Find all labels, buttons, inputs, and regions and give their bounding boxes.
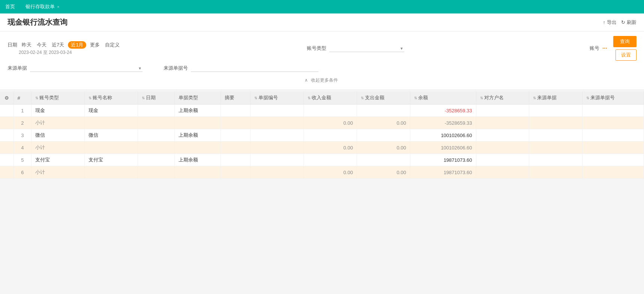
sort-icon: ⇅ [361,96,364,100]
row-account_name [84,142,138,154]
sort-icon: ⇅ [35,96,38,100]
table-header: ⚙#⇅账号类型⇅账号名称⇅日期单据类型摘要⇅单据编号⇅收入金额⇅支出金额⇅余额⇅… [0,91,644,104]
export-button[interactable]: ↑ 导出 [603,19,617,26]
row-income [304,154,357,166]
table-row: 1现金现金上期余额-3528659.33 [0,104,644,117]
date-option-昨天[interactable]: 昨天 [20,41,33,49]
refresh-button[interactable]: ↻ 刷新 [621,19,636,26]
account-type-select-wrapper: ▼ [329,45,404,52]
row-doc_no [251,142,304,154]
table-row: 6小计0.000.0019871073.60 [0,166,644,179]
col-header-source_doc_no[interactable]: ⇅来源单据号 [582,91,644,104]
row-balance: 19871073.60 [410,166,476,179]
source-doc-select[interactable] [30,64,143,72]
row-account_name: 微信 [84,129,138,142]
col-header-balance[interactable]: ⇅余额 [410,91,476,104]
sort-icon: ⇅ [89,96,92,100]
row-gear-cell [0,117,14,129]
row-expense [357,129,410,142]
row-date [138,142,174,154]
row-source_doc_no [582,166,644,179]
row-counterparty [476,166,529,179]
row-doc_no [251,117,304,129]
row-source_doc_no [582,142,644,154]
date-option-今天[interactable]: 今天 [35,41,48,49]
settings-button[interactable]: 设置 [615,49,636,61]
row-date [138,166,174,179]
col-header-source_doc[interactable]: ⇅来源单据 [529,91,582,104]
row-account_name [84,117,138,129]
row-income [304,104,357,117]
header-actions: ↑ 导出 ↻ 刷新 [603,19,637,26]
col-header-income[interactable]: ⇅收入金额 [304,91,357,104]
row-account_type: 小计 [32,142,85,154]
date-option-更多[interactable]: 更多 [89,41,101,49]
sort-icon: ⇅ [533,96,536,100]
row-source_doc_no [582,154,644,166]
row-doc_no [251,104,304,117]
col-header-expense[interactable]: ⇅支出金额 [357,91,410,104]
row-date [138,117,174,129]
col-header-date[interactable]: ⇅日期 [138,91,174,104]
table-body: 1现金现金上期余额-3528659.332小计0.000.00-3528659.… [0,104,644,179]
sort-icon: ⇅ [586,96,589,100]
filter-row-2: 来源单据 ▼ 来源单据号 [8,64,636,72]
date-option-近7天[interactable]: 近7天 [50,41,66,49]
row-account_type: 支付宝 [32,154,85,166]
row-expense [357,104,410,117]
table-row: 3微信微信上期余额100102606.60 [0,129,644,142]
col-header-counterparty[interactable]: ⇅对方户名 [476,91,529,104]
row-num: 6 [14,166,32,179]
col-header-account_name[interactable]: ⇅账号名称 [84,91,138,104]
nav-item-银行存取款单[interactable]: 银行存取款单× [20,0,74,13]
row-balance: -3528659.33 [410,104,476,117]
collapse-bar[interactable]: ∧ 收起更多条件 [8,76,636,85]
account-dots-button[interactable]: ··· [602,45,607,52]
source-doc-no-input[interactable] [191,64,318,72]
row-balance: 100102606.60 [410,129,476,142]
col-header-summary: 摘要 [221,91,250,104]
filter-row-1: 日期 昨天今天近7天近1月更多自定义 2023-02-24 至 2023-03-… [8,36,636,61]
row-gear-cell [0,154,14,166]
gear-icon[interactable]: ⚙ [5,95,9,101]
row-num: 4 [14,142,32,154]
account-type-select[interactable] [329,45,404,52]
row-expense: 0.00 [357,142,410,154]
row-doc_type [174,117,221,129]
row-date [138,104,174,117]
row-summary [221,104,250,117]
sort-icon: ⇅ [254,96,257,100]
row-counterparty [476,154,529,166]
row-source_doc [529,142,582,154]
source-doc-label: 来源单据 [8,65,27,72]
col-header-num: # [14,91,32,104]
row-source_doc_no [582,129,644,142]
nav-close-icon[interactable]: × [57,0,59,13]
query-button[interactable]: 查询 [613,36,636,47]
date-option-近1月[interactable]: 近1月 [68,41,86,49]
date-options: 昨天今天近7天近1月更多自定义 [20,41,121,49]
row-doc_no [251,154,304,166]
nav-home[interactable]: 首页 [0,0,20,13]
col-header-doc_no[interactable]: ⇅单据编号 [251,91,304,104]
row-balance: 100102606.60 [410,142,476,154]
row-expense: 0.00 [357,166,410,179]
row-summary [221,154,250,166]
col-header-gear: ⚙ [0,91,14,104]
row-account_type: 现金 [32,104,85,117]
date-option-自定义[interactable]: 自定义 [104,41,121,49]
row-source_doc [529,104,582,117]
row-expense [357,154,410,166]
page-header: 现金银行流水查询 ↑ 导出 ↻ 刷新 [0,13,644,31]
col-header-account_type[interactable]: ⇅账号类型 [32,91,85,104]
row-counterparty [476,117,529,129]
row-source_doc_no [582,117,644,129]
row-summary [221,117,250,129]
table-row: 2小计0.000.00-3528659.33 [0,117,644,129]
row-summary [221,166,250,179]
sort-icon: ⇅ [142,96,145,100]
row-counterparty [476,104,529,117]
source-doc-no-label: 来源单据号 [164,65,188,72]
export-icon: ↑ [603,19,606,25]
row-doc_type [174,142,221,154]
